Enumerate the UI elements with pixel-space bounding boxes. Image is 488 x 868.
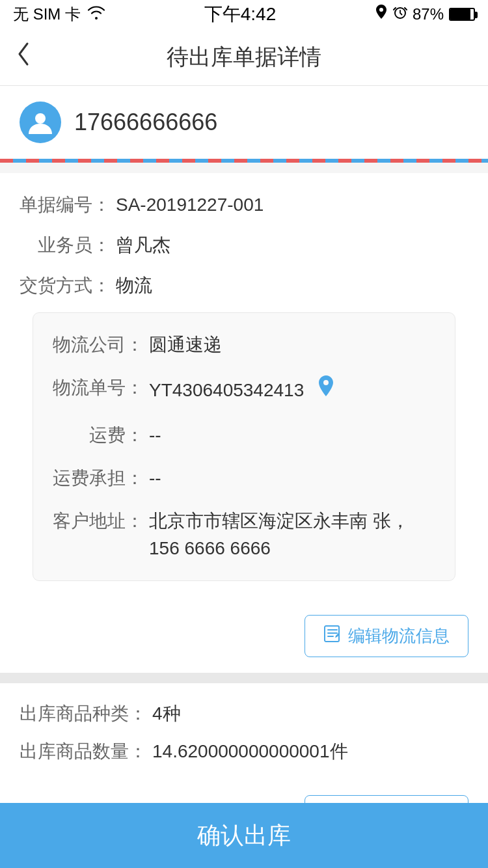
freight-bearer-value: -- (149, 465, 435, 492)
logistics-company-label: 物流公司： (53, 331, 144, 359)
status-bar-right: 87% (375, 5, 475, 24)
battery-icon (449, 8, 475, 21)
carrier-label: 无 SIM 卡 (13, 4, 81, 25)
svg-point-1 (35, 113, 46, 124)
agent-value: 曾凡杰 (116, 232, 468, 259)
logistics-company-value: 圆通速递 (149, 331, 435, 359)
freight-bearer-row: 运费承担： -- (53, 465, 435, 492)
delivery-value: 物流 (116, 272, 468, 299)
wifi-icon (87, 5, 105, 23)
nav-bar: 待出库单据详情 (0, 29, 488, 86)
edit-button-row: 编辑物流信息 (0, 599, 488, 673)
address-value: 北京市市辖区海淀区永丰南 张，156 6666 6666 (149, 508, 435, 562)
stock-quantity-row: 出库商品数量： 14.620000000000001件 (20, 739, 468, 764)
order-number-value: SA-20191227-001 (116, 191, 468, 219)
stock-types-value: 4种 (152, 701, 181, 726)
agent-row: 业务员： 曾凡杰 (20, 232, 468, 259)
delivery-label: 交货方式： (20, 272, 111, 299)
address-row: 客户地址： 北京市市辖区海淀区永丰南 张，156 6666 6666 (53, 508, 435, 562)
tracking-row: 物流单号： YT4306405342413 (53, 374, 435, 406)
stock-types-label: 出库商品种类： (20, 701, 147, 726)
logistics-company-row: 物流公司： 圆通速递 (53, 331, 435, 359)
freight-label: 运费： (53, 422, 144, 449)
freight-row: 运费： -- (53, 422, 435, 449)
page-title: 待出库单据详情 (167, 42, 321, 72)
order-number-label: 单据编号： (20, 191, 111, 219)
order-info-section: 单据编号： SA-20191227-001 业务员： 曾凡杰 交货方式： 物流 … (0, 173, 488, 599)
delivery-row: 交货方式： 物流 (20, 272, 468, 299)
location-status-icon (375, 5, 388, 24)
back-button[interactable] (16, 41, 31, 73)
status-bar-time: 下午4:42 (204, 2, 277, 27)
stock-section: 出库商品种类： 4种 出库商品数量： 14.620000000000001件 (0, 683, 488, 782)
section-divider (0, 673, 488, 683)
confirm-button-label: 确认出库 (197, 820, 291, 852)
phone-header: 17666666666 (0, 86, 488, 159)
tracking-location-icon[interactable] (314, 374, 338, 406)
stock-quantity-value: 14.620000000000001件 (152, 739, 348, 764)
stock-types-row: 出库商品种类： 4种 (20, 701, 468, 726)
status-bar-left: 无 SIM 卡 (13, 4, 105, 25)
order-number-row: 单据编号： SA-20191227-001 (20, 191, 468, 219)
tracking-value: YT4306405342413 (149, 374, 435, 406)
agent-label: 业务员： (20, 232, 111, 259)
confirm-button-bar[interactable]: 确认出库 (0, 803, 488, 868)
edit-logistics-label: 编辑物流信息 (348, 625, 450, 647)
freight-bearer-label: 运费承担： (53, 465, 144, 492)
address-label: 客户地址： (53, 508, 144, 535)
freight-value: -- (149, 422, 435, 449)
edit-icon (323, 625, 342, 647)
logistics-section: 物流公司： 圆通速递 物流单号： YT4306405342413 运费： -- (33, 312, 455, 581)
dashed-separator (0, 159, 488, 163)
customer-phone: 17666666666 (74, 109, 217, 136)
status-bar: 无 SIM 卡 下午4:42 (0, 0, 488, 29)
stock-quantity-label: 出库商品数量： (20, 739, 147, 764)
avatar (20, 102, 61, 143)
alarm-icon (393, 5, 407, 23)
battery-label: 87% (413, 5, 444, 23)
edit-logistics-button[interactable]: 编辑物流信息 (305, 615, 468, 657)
tracking-label: 物流单号： (53, 374, 144, 401)
